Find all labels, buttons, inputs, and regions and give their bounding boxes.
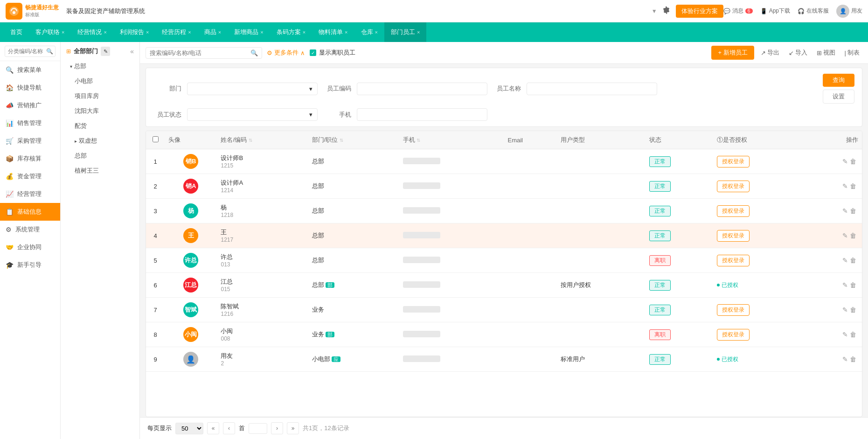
online-service-button[interactable]: 🎧 在线客服 [798, 7, 829, 15]
nav-close-icon[interactable]: × [188, 29, 191, 35]
dropdown-arrow-icon[interactable]: ▼ [652, 8, 657, 14]
delete-button[interactable]: 🗑 [850, 281, 856, 289]
row-auth-cell[interactable]: 授权登录 [713, 174, 807, 199]
dept-item-总部[interactable]: ▾总部 [61, 59, 139, 74]
add-employee-button[interactable]: + 新增员工 [711, 46, 754, 60]
query-button[interactable]: 查询 [823, 74, 854, 87]
page-number-input[interactable]: 1 [249, 423, 267, 434]
row-auth-cell[interactable]: 已授权 [713, 273, 807, 298]
show-former-checkbox-wrap[interactable]: ✓ 显示离职员工 [310, 49, 355, 57]
export-button[interactable]: ↗ 导出 [758, 47, 782, 59]
nav-item-经营情况[interactable]: 经营情况× [71, 22, 113, 42]
phone-filter-input[interactable] [357, 108, 487, 121]
sidebar-item-新手引导[interactable]: 🎓新手引导 [0, 256, 60, 274]
nav-close-icon[interactable]: × [146, 29, 149, 35]
nav-item-部门员工[interactable]: 部门员工× [384, 22, 426, 42]
user-avatar[interactable]: 👤 用友 [836, 5, 862, 18]
nav-close-icon[interactable]: × [62, 29, 64, 35]
message-button[interactable]: 💬 消息 6 [723, 7, 753, 15]
dept-collapse-button[interactable]: « [130, 48, 134, 55]
dept-item-总部[interactable]: 总部 [61, 148, 139, 163]
row-auth-cell[interactable]: 已授权 [713, 347, 807, 372]
sidebar-item-库存核算[interactable]: 📦库存核算 [0, 150, 60, 167]
auth-button[interactable]: 授权登录 [717, 205, 750, 217]
delete-button[interactable]: 🗑 [850, 207, 856, 215]
nav-item-经营历程[interactable]: 经营历程× [155, 22, 197, 42]
prev-page-button[interactable]: ‹ [223, 422, 235, 434]
nav-item-利润报告[interactable]: 利润报告× [113, 22, 155, 42]
settings-button[interactable] [662, 6, 671, 16]
sidebar-item-快捷导航[interactable]: 🏠快捷导航 [0, 79, 60, 97]
nav-item-物料清单[interactable]: 物料清单× [312, 22, 354, 42]
dept-edit-button[interactable]: ✎ [101, 47, 110, 56]
row-auth-cell[interactable]: 授权登录 [713, 199, 807, 223]
dept-item-植树王三[interactable]: 植树王三 [61, 163, 139, 178]
sidebar-item-资金管理[interactable]: 💰资金管理 [0, 167, 60, 185]
sidebar-item-搜索菜单[interactable]: 🔍搜索菜单 [0, 61, 60, 79]
row-auth-cell[interactable]: 授权登录 [713, 223, 807, 248]
nav-close-icon[interactable]: × [345, 29, 347, 35]
view-button[interactable]: ⊞ 视图 [814, 47, 838, 59]
nav-item-新增商品[interactable]: 新增商品× [228, 22, 270, 42]
edit-button[interactable]: ✎ [842, 207, 848, 215]
reset-button[interactable]: 设置 [823, 90, 854, 104]
trial-button[interactable]: 体验行业方案 [676, 5, 723, 18]
auth-button[interactable]: 授权登录 [717, 156, 750, 167]
delete-button[interactable]: 🗑 [850, 306, 856, 314]
row-auth-cell[interactable]: 授权登录 [713, 322, 807, 347]
sidebar-item-经营管理[interactable]: 📈经营管理 [0, 185, 60, 203]
sidebar-item-采购管理[interactable]: 🛒采购管理 [0, 132, 60, 150]
nav-close-icon[interactable]: × [375, 29, 378, 35]
delete-button[interactable]: 🗑 [850, 257, 856, 264]
dept-item-项目库房[interactable]: 项目库房 [61, 89, 139, 104]
edit-button[interactable]: ✎ [842, 158, 848, 165]
auth-button[interactable]: 授权登录 [717, 304, 750, 316]
edit-button[interactable]: ✎ [842, 331, 848, 338]
dept-item-双虚想[interactable]: ▸双虚想 [61, 133, 139, 148]
nav-close-icon[interactable]: × [417, 29, 420, 35]
edit-button[interactable]: ✎ [842, 257, 848, 264]
delete-button[interactable]: 🗑 [850, 232, 856, 239]
dept-item-沈阳大库[interactable]: 沈阳大库 [61, 104, 139, 118]
nav-item-商品[interactable]: 商品× [198, 22, 228, 42]
delete-button[interactable]: 🗑 [850, 182, 856, 190]
first-page-button[interactable]: « [207, 422, 219, 434]
sidebar-item-营销推广[interactable]: 📣营销推广 [0, 97, 60, 114]
row-auth-cell[interactable]: 授权登录 [713, 298, 807, 322]
row-auth-cell[interactable]: 授权登录 [713, 248, 807, 273]
app-download-button[interactable]: 📱 App下载 [760, 7, 790, 15]
sidebar-item-销售管理[interactable]: 📊销售管理 [0, 114, 60, 132]
select-all-checkbox[interactable] [153, 136, 159, 142]
nav-item-仓库[interactable]: 仓库× [354, 22, 384, 42]
dept-filter-select[interactable]: ▾ [187, 83, 318, 95]
delete-button[interactable]: 🗑 [850, 355, 856, 363]
auth-button[interactable]: 授权登录 [717, 230, 750, 242]
import-button[interactable]: ↙ 导入 [786, 47, 810, 59]
sidebar-item-系统管理[interactable]: ⚙系统管理 [0, 221, 60, 238]
auth-button[interactable]: 授权登录 [717, 329, 750, 341]
row-auth-cell[interactable]: 授权登录 [713, 149, 807, 174]
more-actions-button[interactable]: | 制表 [842, 47, 862, 59]
dept-item-配货[interactable]: 配货 [61, 118, 139, 133]
delete-button[interactable]: 🗑 [850, 331, 856, 338]
edit-button[interactable]: ✎ [842, 306, 848, 314]
nav-close-icon[interactable]: × [218, 29, 221, 35]
dept-item-小电部[interactable]: 小电部 [61, 74, 139, 89]
nav-close-icon[interactable]: × [104, 29, 106, 35]
page-size-select[interactable]: 50 100 [175, 423, 203, 434]
nav-item-客户联络[interactable]: 客户联络× [29, 22, 71, 42]
auth-button[interactable]: 授权登录 [717, 255, 750, 266]
more-filter-button[interactable]: ⚙ 更多条件 ∧ [267, 49, 305, 57]
emp-name-filter-input[interactable] [527, 83, 657, 95]
auth-button[interactable]: 授权登录 [717, 181, 750, 192]
edit-button[interactable]: ✎ [842, 182, 848, 190]
next-page-button[interactable]: › [271, 422, 283, 434]
edit-button[interactable]: ✎ [842, 281, 848, 289]
nav-close-icon[interactable]: × [303, 29, 306, 35]
employee-search-input[interactable] [150, 49, 250, 56]
nav-item-条码方案[interactable]: 条码方案× [270, 22, 312, 42]
nav-item-首页[interactable]: 首页 [4, 22, 29, 42]
emp-code-filter-input[interactable] [357, 83, 487, 95]
nav-close-icon[interactable]: × [260, 29, 263, 35]
last-page-button[interactable]: » [287, 422, 299, 434]
